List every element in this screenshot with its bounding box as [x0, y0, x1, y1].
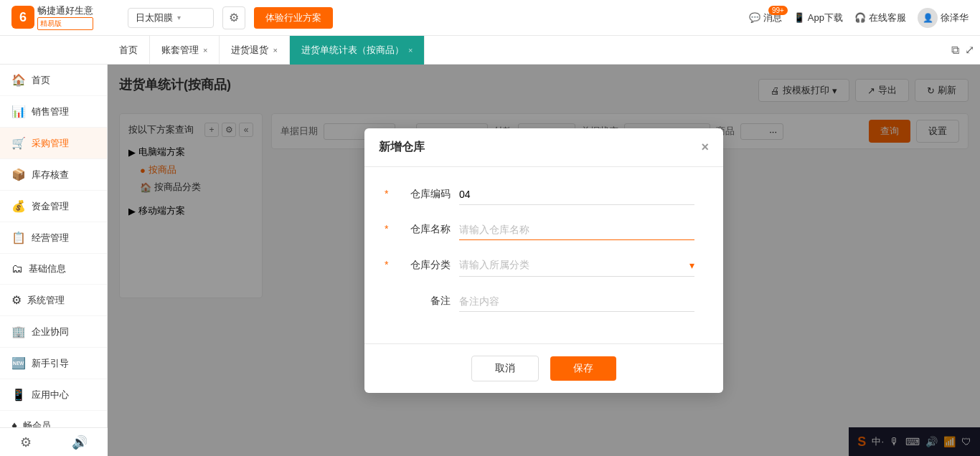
tab-purchase-return[interactable]: 进货退货 × [220, 36, 289, 65]
sidebar-item-inventory[interactable]: 📦 库存核查 [0, 159, 107, 191]
tab-home-label: 首页 [119, 44, 138, 57]
home-icon: 🏠 [11, 73, 26, 87]
sidebar-purchase-label: 采购管理 [32, 137, 69, 150]
content-area: 进货单统计(按商品) 🖨 按模板打印 ▾ ↗ 导出 ↻ 刷新 [108, 65, 980, 456]
sidebar-item-appcenter[interactable]: 📱 应用中心 [0, 379, 107, 411]
dialog-overlay: 新增仓库 × 仓库编码 仓库名称 仓库分类 [108, 65, 980, 456]
avatar: 👤 [918, 8, 938, 28]
top-header: 6 畅捷通好生意 精易版 日太阳膜 ▾ ⚙ 体验行业方案 💬 消息 99+ 📱 … [0, 0, 980, 36]
sidebar-appcenter-label: 应用中心 [32, 389, 69, 402]
app-download-label: App下载 [808, 11, 843, 24]
sidebar-enterprise-label: 企业协同 [32, 326, 69, 338]
username-label: 徐泽华 [941, 11, 969, 24]
tab-restore-icon[interactable]: ⧉ [951, 43, 959, 57]
code-input[interactable] [459, 184, 694, 205]
main-layout: 🏠 首页 📊 销售管理 🛒 采购管理 📦 库存核查 💰 资金管理 📋 经营管理 … [0, 65, 980, 456]
header-right: 💬 消息 99+ 📱 App下载 🎧 在线客服 👤 徐泽华 [749, 8, 969, 28]
logo-name: 畅捷通好生意 [37, 5, 93, 17]
online-service-item[interactable]: 🎧 在线客服 [854, 11, 906, 24]
sidebar-inventory-label: 库存核查 [32, 168, 69, 181]
name-input[interactable] [459, 219, 694, 240]
save-button[interactable]: 保存 [550, 356, 616, 381]
dialog-body: 仓库编码 仓库名称 仓库分类 请输入所属分类 ▾ [364, 167, 723, 343]
sidebar-sales-label: 销售管理 [32, 105, 69, 118]
speaker-icon[interactable]: 🔊 [72, 434, 88, 450]
message-icon: 💬 [749, 12, 760, 23]
sidebar-capital-label: 资金管理 [32, 200, 69, 213]
sales-icon: 📊 [11, 105, 26, 118]
tab-purchase-return-close-icon[interactable]: × [273, 46, 277, 54]
sidebar-item-guide[interactable]: 🆕 新手引导 [0, 348, 107, 379]
store-name: 日太阳膜 [136, 11, 173, 24]
dialog-header: 新增仓库 × [364, 128, 723, 167]
tab-purchase-return-label: 进货退货 [231, 44, 268, 57]
name-field-row: 仓库名称 [393, 219, 694, 240]
tab-home[interactable]: 首页 [108, 36, 150, 65]
capital-icon: 💰 [11, 199, 26, 213]
sidebar-item-purchase[interactable]: 🛒 采购管理 [0, 128, 107, 159]
settings-icon[interactable]: ⚙ [222, 6, 245, 29]
tab-fullscreen-icon[interactable]: ⤢ [965, 43, 974, 57]
sidebar-item-enterprise[interactable]: 🏢 企业协同 [0, 316, 107, 348]
logo-icon: 6 [11, 6, 34, 29]
sidebar-guide-label: 新手引导 [32, 357, 69, 370]
tab-purchase-stats-label: 进货单统计表（按商品） [301, 44, 404, 57]
notification-badge: 99+ [768, 6, 788, 15]
tab-purchase-stats-close-icon[interactable]: × [408, 46, 413, 54]
sidebar-item-operation[interactable]: 📋 经营管理 [0, 222, 107, 254]
appcenter-icon: 📱 [11, 388, 26, 402]
tab-purchase-stats[interactable]: 进货单统计表（按商品） × [290, 36, 425, 65]
sidebar-item-sales[interactable]: 📊 销售管理 [0, 96, 107, 128]
category-placeholder: 请输入所属分类 [459, 259, 529, 272]
purchase-icon: 🛒 [11, 136, 26, 150]
tab-bar-actions: ⧉ ⤢ [951, 43, 980, 57]
sidebar-operation-label: 经营管理 [32, 232, 69, 244]
tab-account-label: 账套管理 [161, 44, 199, 57]
category-label: 仓库分类 [393, 259, 451, 272]
sidebar-item-basic[interactable]: 🗂 基础信息 [0, 254, 107, 285]
cancel-button[interactable]: 取消 [471, 356, 539, 381]
app-download-item[interactable]: 📱 App下载 [793, 11, 843, 24]
sidebar: 🏠 首页 📊 销售管理 🛒 采购管理 📦 库存核查 💰 资金管理 📋 经营管理 … [0, 65, 108, 456]
store-selector[interactable]: 日太阳膜 ▾ [128, 8, 214, 28]
tab-account-close-icon[interactable]: × [203, 46, 207, 54]
note-field-row: 备注 [393, 291, 694, 312]
category-field-row: 仓库分类 请输入所属分类 ▾ [393, 255, 694, 277]
headset-icon: 🎧 [854, 12, 866, 23]
basic-icon: 🗂 [11, 262, 23, 275]
add-warehouse-dialog: 新增仓库 × 仓库编码 仓库名称 仓库分类 [364, 128, 723, 393]
dialog-close-icon[interactable]: × [701, 140, 709, 155]
system-icon: ⚙ [11, 293, 22, 307]
note-label: 备注 [393, 295, 451, 308]
code-field-row: 仓库编码 [393, 184, 694, 205]
online-service-label: 在线客服 [869, 11, 906, 24]
sidebar-item-capital[interactable]: 💰 资金管理 [0, 191, 107, 222]
sidebar-item-system[interactable]: ⚙ 系统管理 [0, 285, 107, 316]
guide-icon: 🆕 [11, 356, 26, 370]
category-select[interactable]: 请输入所属分类 ▾ [459, 255, 694, 277]
phone-icon: 📱 [793, 12, 805, 23]
logo-area: 6 畅捷通好生意 精易版 [11, 5, 119, 30]
name-label: 仓库名称 [393, 223, 451, 236]
sidebar-home-label: 首页 [32, 74, 50, 87]
note-input[interactable] [459, 291, 694, 312]
sidebar-bottom-bar: ⚙ 🔊 [0, 427, 108, 456]
settings-bottom-icon[interactable]: ⚙ [20, 434, 32, 450]
tab-account[interactable]: 账套管理 × [150, 36, 220, 65]
user-item[interactable]: 👤 徐泽华 [918, 8, 969, 28]
dialog-footer: 取消 保存 [364, 343, 723, 393]
trial-button[interactable]: 体验行业方案 [254, 7, 333, 29]
sidebar-basic-label: 基础信息 [29, 262, 66, 275]
dialog-title: 新增仓库 [379, 140, 425, 155]
sidebar-item-home[interactable]: 🏠 首页 [0, 65, 107, 96]
logo-badge: 精易版 [37, 17, 93, 30]
operation-icon: 📋 [11, 231, 26, 244]
code-label: 仓库编码 [393, 188, 451, 201]
enterprise-icon: 🏢 [11, 325, 26, 338]
sidebar-system-label: 系统管理 [27, 294, 65, 307]
notification-item[interactable]: 💬 消息 99+ [749, 11, 782, 24]
tab-bar: 首页 账套管理 × 进货退货 × 进货单统计表（按商品） × ⧉ ⤢ [0, 36, 980, 65]
inventory-icon: 📦 [11, 168, 26, 181]
store-dropdown-arrow-icon: ▾ [177, 14, 181, 22]
category-select-arrow-icon: ▾ [689, 260, 694, 271]
